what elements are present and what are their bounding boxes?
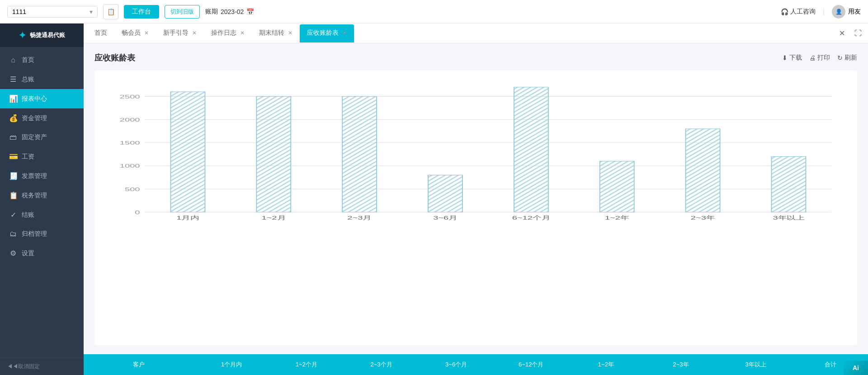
sidebar-item-payroll[interactable]: 💳 工资	[0, 147, 84, 166]
calendar-icon[interactable]: 📅	[246, 8, 254, 15]
sidebar-icon-archive: 🗂	[9, 230, 17, 238]
svg-text:3~6月: 3~6月	[433, 215, 458, 221]
tab-close-oplog[interactable]: ✕	[240, 30, 245, 36]
tab-label-closing: 期末结转	[259, 29, 284, 37]
sidebar-footer-label: ◀◀取消固定	[7, 363, 40, 370]
svg-text:2~3年: 2~3年	[691, 215, 715, 221]
table-header-bar: 客户1个月内1~2个月2~3个月3~6个月6~12个月1~2年2~3年3年以上合…	[84, 354, 868, 375]
print-button[interactable]: 🖨 打印	[809, 54, 830, 62]
clipboard-icon-btn[interactable]: 📋	[103, 4, 118, 19]
tab-closing[interactable]: 期末结转✕	[252, 24, 300, 42]
sidebar-item-assets[interactable]: 🗃 固定资产	[0, 128, 84, 147]
user-name: 用友	[848, 8, 861, 16]
sidebar-icon-assets: 🗃	[9, 133, 17, 141]
tab-oplog[interactable]: 操作日志✕	[204, 24, 252, 42]
tab-member[interactable]: 畅会员✕	[114, 24, 156, 42]
sidebar: ✦ 畅捷通易代账 ⌂ 首页 ☰ 总账 📊 报表中心 💰 资金管理 🗃 固定资产 …	[0, 23, 84, 375]
headset-icon: 🎧	[781, 8, 788, 15]
sidebar-item-reports[interactable]: 📊 报表中心	[0, 89, 84, 108]
logo-icon: ✦	[19, 30, 26, 41]
table-header-1: 1个月内	[194, 361, 269, 369]
sidebar-icon-tax: 📋	[9, 191, 17, 200]
table-header-8: 3年以上	[718, 361, 793, 369]
consult-label: 人工咨询	[790, 8, 816, 16]
tab-label-guide: 新手引导	[163, 29, 189, 37]
period-label: 账期	[205, 8, 218, 16]
sidebar-label-assets: 固定资产	[22, 133, 47, 141]
sidebar-item-closing[interactable]: ✓ 结账	[0, 205, 84, 225]
sidebar-label-closing: 结账	[22, 211, 34, 219]
tab-close-closing[interactable]: ✕	[288, 30, 292, 36]
refresh-button[interactable]: ↻ 刷新	[837, 54, 857, 62]
divider: |	[823, 8, 825, 15]
consult-btn[interactable]: 🎧 人工咨询	[781, 8, 816, 16]
sidebar-label-archive: 归档管理	[22, 230, 47, 238]
chevron-down-icon: ▾	[90, 8, 93, 15]
tab-guide[interactable]: 新手引导✕	[156, 24, 204, 42]
company-name: 1111	[12, 8, 26, 15]
svg-text:2~3月: 2~3月	[347, 215, 372, 221]
sidebar-item-settings[interactable]: ⚙ 设置	[0, 244, 84, 263]
ai-badge[interactable]: Ai	[844, 361, 868, 375]
chart-container: 050010001500200025001月内1~2月2~3月3~6月6~12个…	[94, 70, 857, 345]
svg-text:2000: 2000	[120, 117, 140, 122]
print-icon: 🖨	[809, 54, 816, 61]
refresh-icon: ↻	[837, 54, 843, 61]
content-area: 首页畅会员✕新手引导✕操作日志✕期末结转✕应收账龄表✕ ✕ ⛶ 应收账龄表 ⬇ …	[84, 23, 868, 375]
svg-rect-16	[342, 96, 377, 212]
sidebar-icon-closing: ✓	[9, 211, 17, 219]
print-label: 打印	[817, 54, 830, 62]
sidebar-icon-invoice: 🧾	[9, 172, 17, 180]
workbench-button[interactable]: 工作台	[124, 5, 159, 19]
download-button[interactable]: ⬇ 下载	[782, 54, 802, 62]
svg-text:1~2年: 1~2年	[605, 215, 629, 221]
svg-rect-18	[428, 175, 462, 212]
sidebar-item-archive[interactable]: 🗂 归档管理	[0, 225, 84, 244]
tabs-bar: 首页畅会员✕新手引导✕操作日志✕期末结转✕应收账龄表✕ ✕ ⛶	[84, 23, 868, 43]
logo-text: 畅捷通易代账	[30, 31, 65, 39]
period-display: 账期 2023-02 📅	[205, 8, 254, 16]
table-header-6: 1~2年	[569, 361, 644, 369]
company-selector[interactable]: 1111 ▾	[7, 6, 98, 18]
sidebar-label-reports: 报表中心	[22, 95, 47, 103]
svg-text:500: 500	[125, 186, 140, 192]
user-menu[interactable]: 👤 用友	[832, 5, 861, 19]
sidebar-footer-toggle[interactable]: ◀◀取消固定	[0, 358, 84, 375]
sidebar-label-ledger: 总账	[22, 75, 34, 84]
sidebar-item-home[interactable]: ⌂ 首页	[0, 51, 84, 70]
tab-close-aging[interactable]: ✕	[342, 30, 347, 36]
clipboard-icon: 📋	[107, 8, 115, 15]
svg-rect-20	[514, 87, 548, 212]
table-header-5: 6~12个月	[494, 361, 569, 369]
sidebar-item-invoice[interactable]: 🧾 发票管理	[0, 166, 84, 186]
sidebar-icon-home: ⌂	[9, 56, 17, 64]
sidebar-item-funds[interactable]: 💰 资金管理	[0, 108, 84, 128]
sidebar-icon-settings: ⚙	[9, 249, 17, 258]
tabs-expand-btn[interactable]: ⛶	[852, 27, 864, 40]
avatar: 👤	[832, 5, 845, 19]
table-header-0: 客户	[84, 361, 194, 369]
header: 1111 ▾ 📋 工作台 切到旧版 账期 2023-02 📅 🎧 人工咨询 | …	[0, 0, 868, 23]
tab-close-guide[interactable]: ✕	[192, 30, 197, 36]
sidebar-item-tax[interactable]: 📋 税务管理	[0, 186, 84, 205]
svg-rect-12	[170, 92, 205, 212]
tab-home[interactable]: 首页	[87, 24, 114, 42]
switch-version-button[interactable]: 切到旧版	[165, 5, 200, 19]
tabs-close-all-btn[interactable]: ✕	[835, 27, 848, 40]
tab-close-member[interactable]: ✕	[144, 30, 149, 36]
sidebar-label-funds: 资金管理	[22, 114, 47, 122]
page-title-bar: 应收账龄表 ⬇ 下载 🖨 打印 ↻ 刷新	[94, 52, 857, 63]
table-header-7: 2~3年	[643, 361, 718, 369]
tab-label-aging: 应收账龄表	[307, 29, 339, 37]
tab-aging[interactable]: 应收账龄表✕	[300, 24, 354, 42]
ai-label: Ai	[853, 364, 859, 371]
sidebar-icon-ledger: ☰	[9, 75, 17, 84]
sidebar-logo: ✦ 畅捷通易代账	[0, 23, 84, 47]
sidebar-label-tax: 税务管理	[22, 192, 47, 200]
svg-rect-14	[256, 96, 291, 212]
sidebar-item-ledger[interactable]: ☰ 总账	[0, 70, 84, 89]
period-value: 2023-02	[221, 8, 244, 15]
page-content: 应收账龄表 ⬇ 下载 🖨 打印 ↻ 刷新	[84, 43, 868, 354]
main-layout: ✦ 畅捷通易代账 ⌂ 首页 ☰ 总账 📊 报表中心 💰 资金管理 🗃 固定资产 …	[0, 23, 868, 375]
svg-text:1000: 1000	[120, 163, 140, 169]
